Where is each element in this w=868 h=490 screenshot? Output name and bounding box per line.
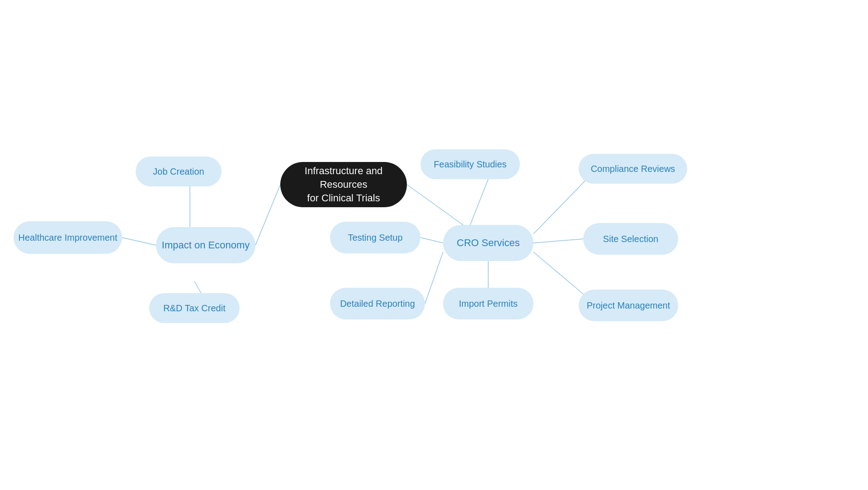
svg-line-0 xyxy=(255,185,280,245)
svg-line-3 xyxy=(194,281,201,293)
project-management-node[interactable]: Project Management xyxy=(579,290,678,321)
testing-setup-node[interactable]: Testing Setup xyxy=(330,222,420,253)
svg-line-10 xyxy=(533,239,583,243)
detailed-reporting-node[interactable]: Detailed Reporting xyxy=(330,288,425,319)
healthcare-improvement-node[interactable]: Healthcare Improvement xyxy=(14,221,122,254)
feasibility-studies-node[interactable]: Feasibility Studies xyxy=(420,149,520,179)
compliance-reviews-node[interactable]: Compliance Reviews xyxy=(579,154,687,184)
svg-line-7 xyxy=(425,252,443,304)
center-node[interactable]: Infrastructure and Resources for Clinica… xyxy=(280,162,407,207)
svg-line-1 xyxy=(122,238,156,245)
job-creation-node[interactable]: Job Creation xyxy=(136,157,222,186)
cro-services-node[interactable]: CRO Services xyxy=(443,225,533,261)
svg-line-6 xyxy=(420,238,443,243)
svg-line-5 xyxy=(470,179,488,225)
site-selection-node[interactable]: Site Selection xyxy=(583,223,678,255)
impact-on-economy-node[interactable]: Impact on Economy xyxy=(156,227,255,263)
import-permits-node[interactable]: Import Permits xyxy=(443,288,533,319)
rd-tax-credit-node[interactable]: R&D Tax Credit xyxy=(149,293,240,323)
